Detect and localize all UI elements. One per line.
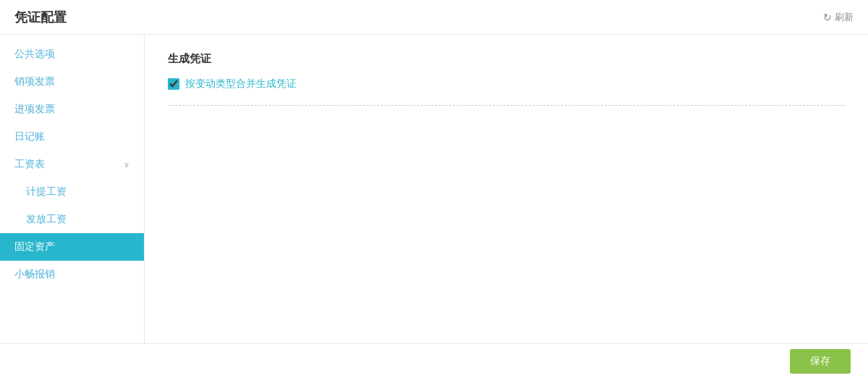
main-container: 公共选项 销项发票 进项发票 日记账 工资表 ∨ 计提工资 发放工资 固定资产 …: [0, 35, 868, 343]
merge-by-type-label[interactable]: 按变动类型合并生成凭证: [185, 77, 297, 91]
header: 凭证配置 ↻ 刷新: [0, 0, 868, 35]
sidebar-item-label: 销项发票: [14, 75, 55, 88]
section-title: 生成凭证: [168, 52, 845, 66]
sidebar-item-label: 进项发票: [14, 103, 55, 116]
chevron-down-icon: ∨: [124, 160, 129, 169]
sidebar-item-label: 日记账: [14, 130, 45, 143]
refresh-label: 刷新: [835, 11, 854, 24]
checkbox-row: 按变动类型合并生成凭证: [168, 77, 845, 91]
sidebar-item-payroll-calc[interactable]: 计提工资: [0, 178, 144, 206]
sidebar-item-fixed-assets[interactable]: 固定资产: [0, 233, 144, 261]
sidebar-item-label: 计提工资: [26, 185, 67, 198]
merge-by-type-checkbox[interactable]: [168, 78, 179, 90]
sidebar-item-purchase-invoice[interactable]: 进项发票: [0, 96, 144, 123]
refresh-icon: ↻: [823, 12, 832, 23]
sidebar: 公共选项 销项发票 进项发票 日记账 工资表 ∨ 计提工资 发放工资 固定资产 …: [0, 35, 145, 343]
sidebar-item-diary[interactable]: 日记账: [0, 123, 144, 151]
sidebar-item-label: 工资表: [14, 158, 45, 171]
sidebar-item-label: 发放工资: [26, 213, 67, 226]
content-area: 生成凭证 按变动类型合并生成凭证: [145, 35, 868, 343]
sidebar-item-label: 小畅报销: [14, 268, 55, 281]
save-button[interactable]: 保存: [790, 349, 851, 374]
sidebar-item-public-options[interactable]: 公共选项: [0, 41, 144, 68]
sidebar-item-sales-invoice[interactable]: 销项发票: [0, 68, 144, 96]
page-title: 凭证配置: [14, 9, 67, 26]
section-divider: [168, 105, 845, 106]
footer: 保存: [0, 343, 868, 378]
sidebar-item-label: 固定资产: [14, 240, 55, 253]
sidebar-item-payroll-pay[interactable]: 发放工资: [0, 206, 144, 233]
sidebar-item-label: 公共选项: [14, 48, 55, 61]
refresh-button[interactable]: ↻ 刷新: [823, 11, 854, 24]
sidebar-item-expense-report[interactable]: 小畅报销: [0, 261, 144, 288]
sidebar-item-payroll-table[interactable]: 工资表 ∨: [0, 151, 144, 178]
